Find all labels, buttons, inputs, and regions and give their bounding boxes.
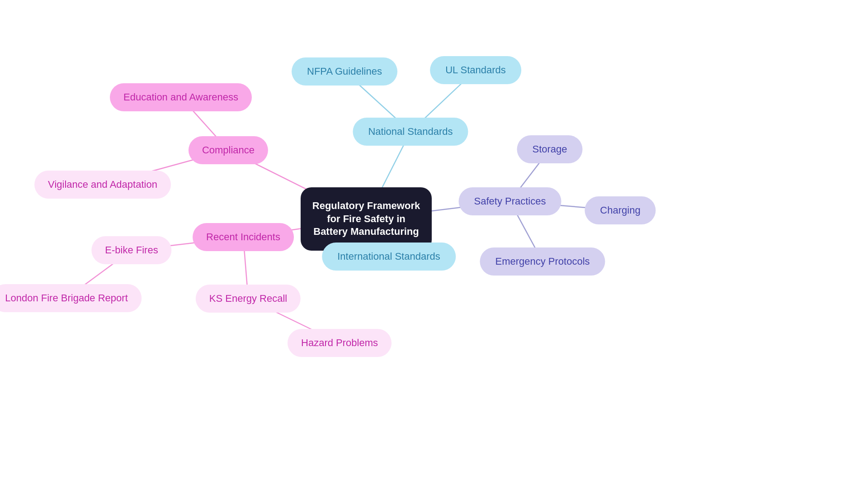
node-nfpa[interactable]: NFPA Guidelines (292, 57, 397, 86)
node-storage[interactable]: Storage (517, 135, 582, 163)
node-label-international_standards: International Standards (337, 251, 440, 262)
node-ks_energy[interactable]: KS Energy Recall (196, 285, 301, 313)
node-emergency[interactable]: Emergency Protocols (480, 247, 605, 276)
node-label-recent_incidents: Recent Incidents (206, 231, 280, 243)
node-charging[interactable]: Charging (585, 196, 656, 224)
node-label-national_standards: National Standards (368, 126, 453, 138)
node-label-compliance: Compliance (202, 144, 255, 156)
node-education[interactable]: Education and Awareness (110, 83, 252, 111)
node-ebike_fires[interactable]: E-bike Fires (91, 236, 171, 264)
node-label-ks_energy: KS Energy Recall (209, 293, 287, 304)
node-label-charging: Charging (600, 205, 640, 216)
node-label-vigilance: Vigilance and Adaptation (48, 179, 157, 190)
node-label-education: Education and Awareness (123, 91, 238, 103)
node-hazard[interactable]: Hazard Problems (288, 329, 392, 357)
node-ul_standards[interactable]: UL Standards (430, 56, 521, 84)
node-compliance[interactable]: Compliance (189, 136, 268, 164)
node-label-london_fire: London Fire Brigade Report (5, 292, 128, 304)
node-label-emergency: Emergency Protocols (495, 256, 590, 267)
node-london_fire[interactable]: London Fire Brigade Report (0, 284, 142, 312)
node-label-nfpa: NFPA Guidelines (307, 66, 382, 77)
node-international_standards[interactable]: International Standards (322, 243, 456, 271)
node-national_standards[interactable]: National Standards (353, 118, 468, 146)
mindmap-container: Regulatory Framework for Fire Safety in … (0, 0, 868, 490)
node-safety_practices[interactable]: Safety Practices (459, 187, 561, 215)
node-label-hazard: Hazard Problems (301, 337, 378, 349)
node-center[interactable]: Regulatory Framework for Fire Safety in … (301, 187, 432, 251)
node-vigilance[interactable]: Vigilance and Adaptation (34, 171, 171, 199)
node-label-ul_standards: UL Standards (445, 64, 506, 76)
node-label-safety_practices: Safety Practices (474, 195, 546, 207)
node-recent_incidents[interactable]: Recent Incidents (193, 223, 294, 251)
node-label-storage: Storage (532, 143, 567, 155)
node-label-center: Regulatory Framework for Fire Safety in … (310, 200, 423, 238)
node-label-ebike_fires: E-bike Fires (105, 244, 158, 256)
